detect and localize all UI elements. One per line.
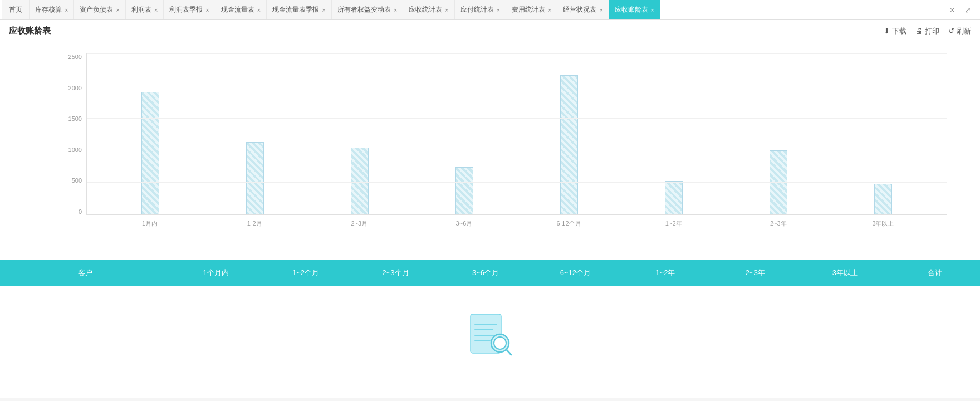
x-axis-label: 3~6月 [411,219,516,228]
empty-icon [462,309,518,364]
grid-line [87,182,947,183]
bar-group [665,181,683,214]
tab-close-icon[interactable]: × [548,7,551,13]
bar-group [351,148,369,214]
tab-equity[interactable]: 所有者权益变动表× [332,0,403,20]
tab-home-label: 首页 [9,5,22,14]
tab-close-icon[interactable]: × [322,7,325,13]
window-controls: × ⤢ [947,4,978,16]
table-header-cell: 1~2个月 [261,268,350,278]
chart-bar [560,75,578,214]
y-axis-label: 1000 [68,146,82,153]
tab-label: 应收账龄表 [615,5,648,14]
tab-close-icon[interactable]: × [205,7,209,13]
tab-balance[interactable]: 资产负债表× [74,0,125,20]
chart-container: 25002000150010005000 1月内1-2月2~3月3~6月6-12… [56,53,947,232]
tab-cashflow-q[interactable]: 现金流量表季报× [267,0,331,20]
download-label: 下载 [892,26,906,36]
y-axis: 25002000150010005000 [56,53,86,215]
tab-label: 费用统计表 [512,5,545,14]
y-axis-label: 0 [79,208,82,215]
tab-close-icon[interactable]: × [497,7,500,13]
tab-label: 经营状况表 [563,5,596,14]
tab-close-icon[interactable]: × [257,7,261,13]
tab-label: 现金流量表 [221,5,254,14]
tab-expense[interactable]: 费用统计表× [506,0,557,20]
tab-label: 应收统计表 [409,5,442,14]
tab-inventory[interactable]: 库存核算× [30,0,74,20]
table-header-cell: 3年以上 [800,268,890,278]
svg-line-8 [506,349,511,355]
bar-group [246,142,264,214]
table-header-cell: 1个月内 [171,268,261,278]
tab-profit-q[interactable]: 利润表季报× [164,0,215,20]
tab-label: 应付统计表 [460,5,494,14]
svg-point-9 [496,339,499,343]
x-axis-label: 1月内 [97,219,202,228]
tab-close-icon[interactable]: × [651,7,654,13]
chart-bar [141,92,159,214]
tab-label: 资产负债表 [80,5,113,14]
maximize-window-button[interactable]: ⤢ [962,4,973,16]
download-icon: ⬇ [884,27,890,35]
chart-bar [246,142,264,214]
bar-group [141,92,159,214]
x-axis-label: 2~3月 [307,219,411,228]
print-icon: 🖨 [915,27,923,35]
tab-profit[interactable]: 利润表× [126,0,164,20]
bars-wrapper [87,53,947,214]
tab-close-icon[interactable]: × [445,7,448,13]
tab-close-icon[interactable]: × [65,7,68,13]
tab-close-icon[interactable]: × [394,7,397,13]
empty-state [0,286,980,398]
x-axis-label: 1~2年 [621,219,726,228]
tab-close-icon[interactable]: × [154,7,158,13]
chart-bar [874,184,892,214]
download-button[interactable]: ⬇ 下载 [884,26,906,36]
chart-bar [351,148,369,214]
print-button[interactable]: 🖨 打印 [915,26,939,36]
chart-bar [665,181,683,214]
header-actions: ⬇ 下载 🖨 打印 ↺ 刷新 [884,26,971,36]
tab-cashflow[interactable]: 现金流量表× [215,0,267,20]
table-header-cell: 1~2年 [620,268,710,278]
tab-label: 利润表 [131,5,151,14]
chart-plot [86,53,947,215]
tab-bar: 首页 库存核算×资产负债表×利润表×利润表季报×现金流量表×现金流量表季报×所有… [0,0,980,20]
table-header: 客户1个月内1~2个月2~3个月3~6个月6~12个月1~2年2~3年3年以上合… [0,260,980,286]
grid-line [87,150,947,150]
svg-point-7 [494,337,506,349]
y-axis-label: 1500 [68,115,82,122]
bar-group [560,75,578,214]
tab-operations[interactable]: 经营状况表× [557,0,609,20]
table-header-cell: 2~3个月 [351,268,440,278]
tab-ar-aging[interactable]: 应收账龄表× [609,0,660,20]
table-header-cell: 6~12个月 [531,268,620,278]
grid-line [87,118,947,119]
page-title: 应收账龄表 [9,26,51,36]
table-header-cell: 2~3年 [710,268,800,278]
x-axis-label: 1-2月 [202,219,307,228]
grid-line [87,86,947,86]
tab-close-icon[interactable]: × [599,7,602,13]
y-axis-label: 500 [72,177,82,184]
table-header-cell: 客户 [0,268,171,278]
tab-ar-stats[interactable]: 应收统计表× [403,0,454,20]
grid-line [87,53,947,54]
page-header: 应收账龄表 ⬇ 下载 🖨 打印 ↺ 刷新 [0,20,980,42]
y-axis-label: 2500 [68,53,82,60]
chart-area: 25002000150010005000 1月内1-2月2~3月3~6月6-12… [0,42,980,260]
tab-close-icon[interactable]: × [116,7,119,13]
refresh-label: 刷新 [957,26,971,36]
tab-label: 所有者权益变动表 [337,5,391,14]
close-window-button[interactable]: × [947,4,958,16]
tab-label: 库存核算 [35,5,62,14]
print-label: 打印 [925,26,939,36]
bar-group [874,184,892,214]
tab-home[interactable]: 首页 [2,0,30,20]
tab-label: 利润表季报 [169,5,203,14]
refresh-button[interactable]: ↺ 刷新 [948,26,971,36]
tab-ap-stats[interactable]: 应付统计表× [455,0,506,20]
tab-label: 现金流量表季报 [272,5,319,14]
x-axis-label: 2~3年 [726,219,831,228]
